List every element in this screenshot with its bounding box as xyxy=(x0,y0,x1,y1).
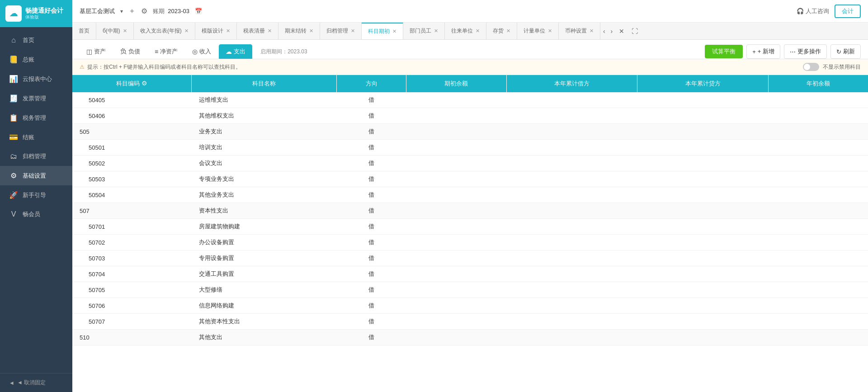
tab-close-stock[interactable]: ✕ xyxy=(506,28,510,34)
table-row[interactable]: 510 其他支出 借 xyxy=(72,330,868,345)
org-dropdown-icon[interactable]: ▾ xyxy=(120,8,123,14)
sidebar-label-basic: 基础设置 xyxy=(23,172,46,180)
sidebar-item-guide[interactable]: 🚀新手引导 xyxy=(0,185,72,205)
headset-icon: 🎧 xyxy=(797,8,804,14)
table-row[interactable]: 507 资本性支出 借 xyxy=(72,203,868,219)
table-row[interactable]: 50702 办公设备购置 借 xyxy=(72,235,868,250)
cell-opening xyxy=(406,203,507,219)
subtab-label-liability: 负债 xyxy=(128,47,140,56)
cell-opening xyxy=(406,108,507,124)
table-row[interactable]: 50701 房屋建筑物购建 借 xyxy=(72,219,868,235)
subtab-label-asset: 资产 xyxy=(94,47,106,56)
tab-close-subject[interactable]: ✕ xyxy=(392,28,396,34)
subtab-equity[interactable]: ≡净资产 xyxy=(148,44,184,59)
subtab-income2[interactable]: ◎收入 xyxy=(185,44,218,59)
tab-close-template[interactable]: ✕ xyxy=(226,28,230,34)
account-button[interactable]: 会计 xyxy=(835,5,861,18)
tab-stock[interactable]: 存货✕ xyxy=(486,23,517,39)
org-name: 基层工会测试 xyxy=(80,7,115,15)
add-tab-button[interactable]: ＋ xyxy=(128,6,136,16)
table-row[interactable]: 50703 专用设备购置 借 xyxy=(72,250,868,266)
table-row[interactable]: 50706 信息网络购建 借 xyxy=(72,298,868,314)
tab-prev-button[interactable]: ‹ xyxy=(600,23,608,40)
balance-button[interactable]: 试算平衡 xyxy=(705,45,743,58)
sidebar-item-settle[interactable]: 💳结账 xyxy=(0,128,72,147)
table-row[interactable]: 50707 其他资本性支出 借 xyxy=(72,314,868,330)
sidebar-item-basic[interactable]: ⚙基础设置 xyxy=(0,166,72,185)
more-label: 更多操作 xyxy=(797,47,821,56)
tab-unit[interactable]: 计量单位✕ xyxy=(517,23,559,39)
tab-taxclear[interactable]: 税表清册✕ xyxy=(237,23,278,39)
sidebar-item-reports[interactable]: 📊云报表中心 xyxy=(0,69,72,89)
tab-yearend[interactable]: 期末结转✕ xyxy=(278,23,320,39)
sidebar-nav: ⌂首页📒总账📊云报表中心🧾发票管理📋税务管理💳结账🗂归档管理⚙基础设置🚀新手引导… xyxy=(0,27,72,373)
table-row[interactable]: 50503 专项业务支出 借 xyxy=(72,171,868,187)
th-name: 科目名称 xyxy=(192,75,337,92)
table-row[interactable]: 505 业务支出 借 xyxy=(72,124,868,140)
disabled-toggle[interactable] xyxy=(803,63,819,71)
tab-label-stock: 存货 xyxy=(493,27,504,35)
cell-name: 专用设备购置 xyxy=(192,250,337,266)
tab-close-unit[interactable]: ✕ xyxy=(548,28,552,34)
cell-opening xyxy=(406,282,507,298)
tab-template[interactable]: 模版设计✕ xyxy=(195,23,237,39)
sidebar-item-home[interactable]: ⌂首页 xyxy=(0,31,72,50)
column-settings-icon[interactable]: ⚙ xyxy=(142,80,147,87)
cell-opening xyxy=(406,330,507,345)
tab-subject[interactable]: 科目期初✕ xyxy=(362,23,403,39)
tab-next-button[interactable]: › xyxy=(608,23,616,40)
calendar-icon[interactable]: 📅 xyxy=(195,8,202,14)
table-row[interactable]: 50502 会议支出 借 xyxy=(72,156,868,171)
tab-currency[interactable]: 币种设置✕ xyxy=(559,23,600,39)
settings-icon[interactable]: ⚙ xyxy=(141,7,147,15)
cell-name: 其他支出 xyxy=(192,330,337,345)
tab-close-taxclear[interactable]: ✕ xyxy=(268,28,272,34)
tab-income[interactable]: 收入支出表(年报)✕ xyxy=(134,23,195,39)
subtab-label-expense: 支出 xyxy=(234,47,245,56)
tab-close-dept[interactable]: ✕ xyxy=(434,28,438,34)
subtab-expense[interactable]: ☁支出 xyxy=(219,44,252,59)
subtab-liability[interactable]: 负负债 xyxy=(113,44,147,59)
table-row[interactable]: 50406 其他维权支出 借 xyxy=(72,108,868,124)
tab-label-partner: 往来单位 xyxy=(451,27,473,35)
tab-close-income[interactable]: ✕ xyxy=(184,28,189,34)
tab-home[interactable]: 首页 xyxy=(72,23,96,39)
sidebar-footer[interactable]: ◄ ◄ 取消固定 xyxy=(0,373,72,392)
tab-close-currency[interactable]: ✕ xyxy=(590,28,594,34)
tab-dept[interactable]: 部门员工✕ xyxy=(403,23,445,39)
tab-partner[interactable]: 往来单位✕ xyxy=(445,23,486,39)
refresh-button[interactable]: ↻ 刷新 xyxy=(830,44,861,59)
sidebar-item-ledger[interactable]: 📒总账 xyxy=(0,50,72,69)
cell-direction: 借 xyxy=(337,219,406,235)
table-row[interactable]: 50704 交通工具购置 借 xyxy=(72,266,868,282)
add-button[interactable]: + + 新增 xyxy=(746,44,780,59)
cell-code: 505 xyxy=(72,124,192,140)
more-button[interactable]: ⋯ 更多操作 xyxy=(784,44,827,59)
cell-opening xyxy=(406,266,507,282)
table-row[interactable]: 50405 运维维支出 借 xyxy=(72,92,868,108)
tab-close-yearend[interactable]: ✕ xyxy=(309,28,313,34)
table-row[interactable]: 50705 大型修缮 借 xyxy=(72,282,868,298)
expand-icon[interactable]: ⛶ xyxy=(628,28,642,35)
table-row[interactable]: 50501 培训支出 借 xyxy=(72,140,868,156)
sidebar-item-archive[interactable]: 🗂归档管理 xyxy=(0,147,72,166)
sidebar-item-member[interactable]: V畅会员 xyxy=(0,205,72,224)
tab-interim[interactable]: б(中期)✕ xyxy=(96,23,134,39)
tab-label-taxclear: 税表清册 xyxy=(243,27,265,35)
more-icon: ⋯ xyxy=(790,48,796,55)
tab-archivemgr[interactable]: 归档管理✕ xyxy=(320,23,362,39)
cell-ytd-credit xyxy=(637,235,769,250)
tab-close-interim[interactable]: ✕ xyxy=(123,28,127,34)
sidebar-item-tax[interactable]: 📋税务管理 xyxy=(0,108,72,128)
cell-ytd-debit xyxy=(506,156,637,171)
service-button[interactable]: 🎧 人工咨询 xyxy=(797,7,829,15)
table-row[interactable]: 50504 其他业务支出 借 xyxy=(72,187,868,203)
subtab-asset[interactable]: ◫资产 xyxy=(80,44,113,59)
th-ytd-debit: 本年累计借方 xyxy=(506,75,637,92)
close-all-tabs-button[interactable]: ✕ xyxy=(615,28,628,35)
sidebar-label-settle: 结账 xyxy=(23,133,34,142)
sidebar-item-invoice[interactable]: 🧾发票管理 xyxy=(0,89,72,108)
tab-close-partner[interactable]: ✕ xyxy=(476,28,480,34)
tab-close-archivemgr[interactable]: ✕ xyxy=(351,28,355,34)
income2-icon: ◎ xyxy=(192,48,198,55)
